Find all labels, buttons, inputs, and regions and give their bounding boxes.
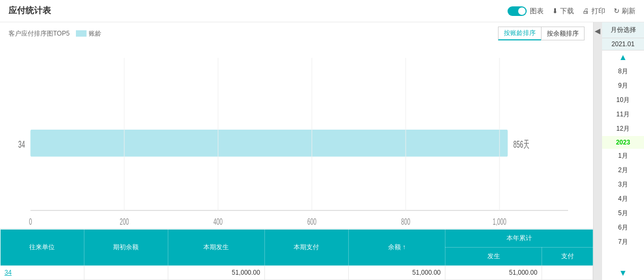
sidebar-up-button[interactable]: ▲	[602, 50, 644, 64]
page-title: 应付统计表	[8, 5, 51, 16]
download-label: 下载	[560, 6, 574, 16]
header: 应付统计表 图表 ⬇ 下载 🖨 打印 ↻ 刷新	[0, 0, 644, 22]
legend-label-top5: 客户应付排序图TOP5	[8, 29, 70, 38]
cell-yearly-occur: 51,000.00	[445, 266, 542, 280]
svg-text:1,000: 1,000	[493, 217, 506, 227]
cell-current-occur: 51,000.00	[168, 266, 264, 280]
sort-by-age-button[interactable]: 按账龄排序	[498, 27, 541, 40]
cell-current-pay	[264, 266, 348, 280]
svg-text:600: 600	[307, 217, 316, 227]
month-item-may[interactable]: 5月	[602, 206, 644, 220]
col-header-current-occur: 本期发生	[168, 230, 264, 266]
svg-text:200: 200	[119, 217, 128, 227]
month-item-sep[interactable]: 9月	[602, 79, 644, 93]
y-label: 34	[18, 139, 25, 150]
sidebar-current-date: 2021.01	[602, 38, 644, 50]
download-button[interactable]: ⬇ 下载	[552, 6, 574, 16]
col-header-opening: 期初余额	[84, 230, 168, 266]
main-content: 客户应付排序图TOP5 账龄 按账龄排序 按余额排序 34	[0, 22, 644, 280]
sidebar-header-label: 月份选择	[602, 22, 644, 38]
balance-sort-icon: ↑	[402, 243, 406, 251]
chart-sort-buttons: 按账龄排序 按余额排序	[498, 27, 585, 40]
chart-label: 图表	[530, 6, 544, 16]
col-header-yearly-group: 本年累计	[445, 230, 593, 248]
sidebar-down-button[interactable]: ▼	[602, 266, 644, 280]
refresh-button[interactable]: ↻ 刷新	[614, 6, 636, 16]
chart-bar	[30, 130, 508, 157]
toggle-thumb	[518, 7, 526, 15]
table-area: 往来单位 期初余额 本期发生 本期支付 余额 ↑ 本年累计	[0, 228, 593, 280]
month-item-feb[interactable]: 2月	[602, 163, 644, 177]
toggle-track[interactable]	[508, 6, 527, 16]
col-header-yearly-occur: 发生	[445, 248, 542, 266]
legend-label-account: 账龄	[89, 29, 101, 38]
cell-unit[interactable]: 34	[1, 266, 84, 280]
svg-text:0: 0	[29, 217, 32, 227]
svg-text:400: 400	[213, 217, 222, 227]
month-item-dec[interactable]: 12月	[602, 122, 644, 136]
refresh-label: 刷新	[622, 6, 636, 16]
sidebar-months-list: 8月 9月 10月 11月 12月 2023 1月 2月 3月 4月 5月 6月…	[602, 64, 644, 266]
download-icon: ⬇	[552, 7, 558, 15]
col-header-yearly-pay: 支付	[542, 248, 593, 266]
print-label: 打印	[591, 6, 605, 16]
col-header-unit: 往来单位	[1, 230, 84, 266]
up-arrow-icon: ▲	[619, 53, 628, 62]
year-label-2023: 2023	[602, 136, 644, 149]
chart-toggle[interactable]: 图表	[508, 6, 544, 16]
table-row: 34 51,000.00 51,000.00 51,000.00	[1, 266, 593, 280]
page: 应付统计表 图表 ⬇ 下载 🖨 打印 ↻ 刷新	[0, 0, 644, 280]
svg-text:800: 800	[401, 217, 410, 227]
col-header-current-pay: 本期支付	[264, 230, 348, 266]
chart-area: 客户应付排序图TOP5 账龄 按账龄排序 按余额排序 34	[0, 22, 593, 280]
chevron-left-icon: ◀	[595, 27, 600, 35]
cell-opening	[84, 266, 168, 280]
month-item-aug[interactable]: 8月	[602, 64, 644, 79]
table-wrapper: 往来单位 期初余额 本期发生 本期支付 余额 ↑ 本年累计	[0, 229, 593, 280]
refresh-icon: ↻	[614, 7, 620, 15]
month-item-oct[interactable]: 10月	[602, 93, 644, 107]
month-sidebar: 月份选择 2021.01 ▲ 8月 9月 10月 11月 12月 2023 1月…	[602, 22, 644, 280]
month-item-mar[interactable]: 3月	[602, 177, 644, 192]
header-actions: 图表 ⬇ 下载 🖨 打印 ↻ 刷新	[508, 6, 636, 16]
data-table: 往来单位 期初余额 本期发生 本期支付 余额 ↑ 本年累计	[0, 229, 593, 280]
down-arrow-icon: ▼	[619, 268, 628, 278]
month-item-nov[interactable]: 11月	[602, 107, 644, 122]
legend-item-account: 账龄	[76, 29, 101, 38]
cell-yearly-pay	[542, 266, 593, 280]
sidebar-collapse-button[interactable]: ◀	[593, 22, 602, 280]
sort-by-balance-button[interactable]: 按余额排序	[541, 27, 585, 40]
month-item-jul[interactable]: 7月	[602, 235, 644, 249]
chart-header: 客户应付排序图TOP5 账龄 按账龄排序 按余额排序	[0, 22, 593, 45]
month-item-apr[interactable]: 4月	[602, 192, 644, 206]
chart-container: 34 856天 0 200 400 600 800 1,000	[0, 45, 593, 228]
chart-svg: 34 856天 0 200 400 600 800 1,000	[8, 49, 585, 228]
col-header-balance: 余额 ↑	[348, 230, 445, 266]
month-item-jan[interactable]: 1月	[602, 149, 644, 163]
chart-legend: 客户应付排序图TOP5 账龄	[8, 29, 101, 38]
legend-item-top5: 客户应付排序图TOP5	[8, 29, 70, 38]
bar-end-label: 856天	[513, 139, 529, 150]
print-button[interactable]: 🖨 打印	[582, 6, 605, 16]
legend-color-box	[76, 30, 87, 37]
month-item-jun[interactable]: 6月	[602, 220, 644, 235]
print-icon: 🖨	[582, 7, 589, 15]
cell-balance: 51,000.00	[348, 266, 445, 280]
